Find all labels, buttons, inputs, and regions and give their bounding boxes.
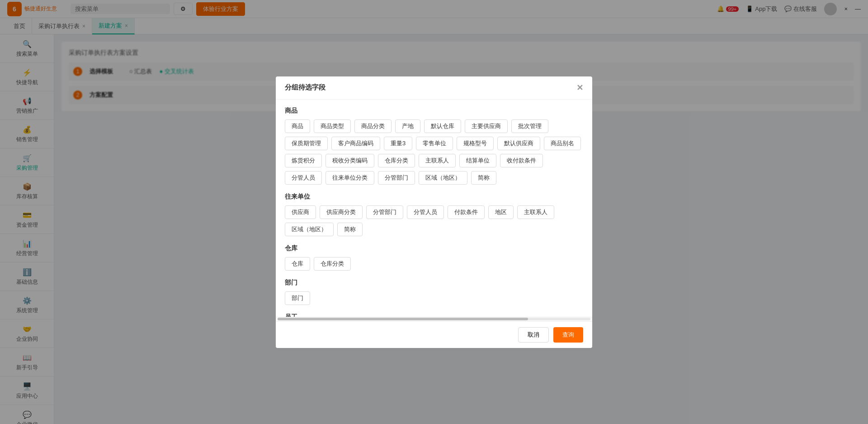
hscroll-track: [278, 318, 590, 320]
field-tag-1-6[interactable]: 主联系人: [517, 205, 554, 219]
field-tag-0-1[interactable]: 商品类型: [314, 119, 351, 133]
field-tags-0: 商品商品类型商品分类产地默认仓库主要供应商批次管理保质期管理客户商品编码重量3零…: [285, 119, 583, 185]
field-tag-0-15[interactable]: 税收分类编码: [326, 154, 374, 167]
field-tag-0-14[interactable]: 炼货积分: [285, 154, 322, 167]
field-group-4: 员工业务员: [285, 313, 583, 317]
field-tag-0-11[interactable]: 规格型号: [457, 137, 494, 150]
field-tag-1-2[interactable]: 分管部门: [366, 205, 403, 219]
field-tag-0-7[interactable]: 保质期管理: [285, 137, 328, 150]
modal-hscroll[interactable]: [276, 317, 592, 321]
field-tag-0-23[interactable]: 区域（地区）: [419, 171, 467, 185]
field-tag-0-5[interactable]: 主要供应商: [465, 119, 508, 133]
field-tag-1-8[interactable]: 简称: [337, 223, 363, 236]
field-group-title-1: 往来单位: [285, 193, 583, 201]
field-tag-1-4[interactable]: 付款条件: [448, 205, 485, 219]
field-tag-0-2[interactable]: 商品分类: [354, 119, 392, 133]
field-tag-1-5[interactable]: 地区: [488, 205, 514, 219]
field-tag-0-19[interactable]: 收付款条件: [500, 154, 543, 167]
field-tag-0-21[interactable]: 往来单位分类: [326, 171, 374, 185]
field-tags-2: 仓库仓库分类: [285, 257, 583, 271]
field-group-2: 仓库仓库仓库分类: [285, 244, 583, 271]
field-tags-1: 供应商供应商分类分管部门分管人员付款条件地区主联系人区域（地区）简称: [285, 205, 583, 236]
field-tag-0-12[interactable]: 默认供应商: [497, 137, 540, 150]
modal-header: 分组待选字段 ✕: [276, 76, 592, 100]
field-tag-0-16[interactable]: 仓库分类: [378, 154, 415, 167]
field-tag-1-3[interactable]: 分管人员: [407, 205, 444, 219]
field-tag-0-22[interactable]: 分管部门: [378, 171, 415, 185]
hscroll-thumb: [278, 318, 528, 320]
field-tag-0-18[interactable]: 结算单位: [459, 154, 496, 167]
field-tag-0-10[interactable]: 零售单位: [416, 137, 453, 150]
field-tag-1-1[interactable]: 供应商分类: [320, 205, 363, 219]
field-group-title-0: 商品: [285, 107, 583, 115]
field-tag-0-17[interactable]: 主联系人: [419, 154, 456, 167]
field-tag-0-24[interactable]: 简称: [471, 171, 496, 185]
modal-footer: 取消 查询: [276, 321, 592, 348]
field-tag-0-9[interactable]: 重量3: [384, 137, 412, 150]
field-tag-0-6[interactable]: 批次管理: [511, 119, 548, 133]
field-group-1: 往来单位供应商供应商分类分管部门分管人员付款条件地区主联系人区域（地区）简称: [285, 193, 583, 236]
field-tag-0-0[interactable]: 商品: [285, 119, 310, 133]
modal-dialog: 分组待选字段 ✕ 商品商品商品类型商品分类产地默认仓库主要供应商批次管理保质期管…: [276, 76, 592, 348]
field-tag-0-13[interactable]: 商品别名: [544, 137, 581, 150]
field-group-0: 商品商品商品类型商品分类产地默认仓库主要供应商批次管理保质期管理客户商品编码重量…: [285, 107, 583, 185]
field-tags-3: 部门: [285, 291, 583, 305]
field-group-title-4: 员工: [285, 313, 583, 317]
field-tag-0-8[interactable]: 客户商品编码: [331, 137, 380, 150]
confirm-button[interactable]: 查询: [553, 327, 583, 343]
modal-overlay: 分组待选字段 ✕ 商品商品商品类型商品分类产地默认仓库主要供应商批次管理保质期管…: [0, 0, 868, 424]
modal-title: 分组待选字段: [285, 83, 326, 92]
field-tag-0-4[interactable]: 默认仓库: [424, 119, 461, 133]
field-group-title-3: 部门: [285, 279, 583, 287]
field-tag-0-3[interactable]: 产地: [395, 119, 420, 133]
modal-body: 商品商品商品类型商品分类产地默认仓库主要供应商批次管理保质期管理客户商品编码重量…: [276, 100, 592, 317]
modal-close-button[interactable]: ✕: [576, 83, 583, 93]
field-group-title-2: 仓库: [285, 244, 583, 252]
field-group-3: 部门部门: [285, 279, 583, 305]
field-tag-3-0[interactable]: 部门: [285, 291, 310, 305]
field-tag-0-20[interactable]: 分管人员: [285, 171, 322, 185]
field-tag-1-0[interactable]: 供应商: [285, 205, 316, 219]
field-tag-2-1[interactable]: 仓库分类: [314, 257, 351, 271]
field-tag-2-0[interactable]: 仓库: [285, 257, 310, 271]
cancel-button[interactable]: 取消: [518, 327, 549, 343]
field-tag-1-7[interactable]: 区域（地区）: [285, 223, 334, 236]
